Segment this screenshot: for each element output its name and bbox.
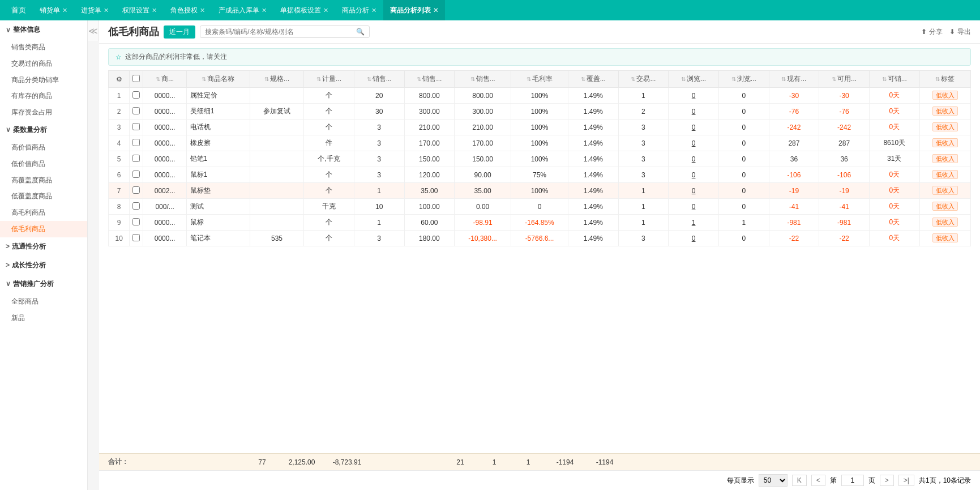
sidebar-item-low-coverage[interactable]: 低覆盖度商品 (0, 188, 87, 204)
row-checkbox-cell[interactable] (130, 199, 143, 215)
row-browse1[interactable]: 0 (669, 167, 719, 183)
row-checkbox[interactable] (132, 186, 140, 194)
sidebar-group-overall[interactable]: ∨ 整体信息 (0, 20, 87, 39)
nav-permission-close[interactable]: ✕ (152, 7, 157, 14)
sidebar-item-low-margin[interactable]: 低毛利商品 (0, 221, 87, 237)
col-available[interactable]: ⇅可用... (819, 71, 870, 88)
row-checkbox[interactable] (132, 171, 140, 178)
col-sales-qty[interactable]: ⇅销售... (354, 71, 404, 88)
sidebar-item-new-goods[interactable]: 新品 (0, 310, 87, 326)
first-page-button[interactable]: K (792, 475, 807, 486)
nav-product-stock[interactable]: 产成品入库单 ✕ (212, 0, 273, 20)
row-checkbox[interactable] (132, 91, 140, 99)
col-gross-margin[interactable]: ⇅毛利率 (511, 71, 568, 88)
next-page-button[interactable]: > (880, 475, 894, 486)
prev-page-button[interactable]: < (811, 475, 825, 486)
row-checkbox[interactable] (132, 218, 140, 225)
row-checkbox[interactable] (132, 234, 140, 241)
col-sales-profit[interactable]: ⇅销售... (455, 71, 511, 88)
table-container[interactable]: ⚙ ⇅商... ⇅商品名称 ⇅规格... ⇅计量... ⇅销售... ⇅销售..… (99, 70, 980, 453)
row-browse1[interactable]: 0 (669, 151, 719, 167)
row-checkbox[interactable] (132, 107, 140, 114)
row-browse1[interactable]: 1 (669, 215, 719, 231)
row-browse1[interactable]: 0 (669, 135, 719, 151)
nav-role[interactable]: 角色授权 ✕ (164, 0, 212, 20)
row-checkbox[interactable] (132, 202, 140, 210)
nav-template-close[interactable]: ✕ (323, 7, 328, 14)
sidebar-group-flow[interactable]: > 流通性分析 (0, 237, 87, 256)
col-tag[interactable]: ⇅标签 (919, 71, 970, 88)
row-browse1[interactable]: 0 (669, 88, 719, 104)
nav-product-stock-close[interactable]: ✕ (262, 7, 267, 14)
nav-product-analysis-close[interactable]: ✕ (371, 7, 376, 14)
col-browse2[interactable]: ⇅浏览... (718, 71, 769, 88)
col-saleable[interactable]: ⇅可销... (869, 71, 919, 88)
page-input[interactable] (841, 475, 864, 486)
row-checkbox-cell[interactable] (130, 167, 143, 183)
sidebar-item-sales-goods[interactable]: 销售类商品 (0, 39, 87, 56)
sidebar-item-traded-goods[interactable]: 交易过的商品 (0, 56, 87, 72)
row-checkbox[interactable] (132, 139, 140, 146)
row-checkbox[interactable] (132, 123, 140, 130)
sidebar-item-high-coverage[interactable]: 高覆盖度商品 (0, 172, 87, 189)
sidebar-item-high-value[interactable]: 高价值商品 (0, 139, 87, 156)
col-browse1[interactable]: ⇅浏览... (669, 71, 719, 88)
sidebar-item-all-goods[interactable]: 全部商品 (0, 293, 87, 310)
nav-permission[interactable]: 权限设置 ✕ (115, 0, 164, 20)
search-box[interactable]: 🔍 (200, 25, 370, 38)
sidebar-group-quantity[interactable]: ∨ 柔数量分析 (0, 121, 87, 139)
row-browse1[interactable]: 0 (669, 183, 719, 199)
sidebar-group-growth[interactable]: > 成长性分析 (0, 256, 87, 275)
nav-purchase-close[interactable]: ✕ (104, 7, 109, 14)
col-spec[interactable]: ⇅规格... (250, 71, 303, 88)
nav-sales-close[interactable]: ✕ (62, 7, 67, 14)
select-all-checkbox[interactable] (132, 75, 140, 82)
per-page-select[interactable]: 50 100 (759, 474, 788, 487)
share-button[interactable]: ⬆ 分享 (921, 27, 943, 37)
row-checkbox-cell[interactable] (130, 88, 143, 104)
nav-role-close[interactable]: ✕ (200, 7, 205, 14)
col-checkbox[interactable] (130, 71, 143, 88)
sidebar-item-low-value[interactable]: 低价值商品 (0, 156, 87, 172)
search-input[interactable] (205, 28, 356, 36)
export-button[interactable]: ⬇ 导出 (949, 27, 971, 37)
row-checkbox-cell[interactable] (130, 215, 143, 231)
row-checkbox-cell[interactable] (130, 120, 143, 135)
nav-template[interactable]: 单据模板设置 ✕ (273, 0, 335, 20)
row-browse1[interactable]: 0 (669, 199, 719, 215)
col-coverage[interactable]: ⇅覆盖... (568, 71, 618, 88)
sidebar-item-stock-goods[interactable]: 有库存的商品 (0, 88, 87, 104)
sidebar-group-marketing[interactable]: ∨ 营销推广分析 (0, 275, 87, 293)
row-checkbox-cell[interactable] (130, 135, 143, 151)
col-unit[interactable]: ⇅计量... (304, 71, 354, 88)
nav-home[interactable]: 首页 (5, 0, 33, 20)
row-checkbox[interactable] (132, 155, 140, 162)
row-saleable: 0天 (869, 199, 919, 215)
search-icon[interactable]: 🔍 (356, 28, 365, 36)
row-checkbox-cell[interactable] (130, 151, 143, 167)
nav-product-analysis-list[interactable]: 商品分析列表 ✕ (383, 0, 445, 20)
row-browse1[interactable]: 0 (669, 120, 719, 135)
sidebar-item-stock-capital[interactable]: 库存资金占用 (0, 104, 87, 121)
col-name[interactable]: ⇅商品名称 (186, 71, 250, 88)
sidebar-item-high-margin[interactable]: 高毛利商品 (0, 204, 87, 221)
row-checkbox-cell[interactable] (130, 231, 143, 246)
filter-month-button[interactable]: 近一月 (164, 25, 195, 39)
nav-purchase[interactable]: 进货单 ✕ (74, 0, 115, 20)
alert-bar: ☆ 这部分商品的利润非常低，请关注 (108, 48, 971, 66)
row-checkbox-cell[interactable] (130, 183, 143, 199)
sidebar-item-category-rate[interactable]: 商品分类助销率 (0, 72, 87, 88)
col-settings[interactable]: ⚙ (109, 71, 130, 88)
row-browse1[interactable]: 0 (669, 104, 719, 120)
nav-product-analysis-list-close[interactable]: ✕ (433, 7, 438, 14)
nav-sales[interactable]: 销货单 ✕ (33, 0, 74, 20)
row-checkbox-cell[interactable] (130, 104, 143, 120)
last-page-button[interactable]: >| (898, 475, 914, 486)
col-current-stock[interactable]: ⇅现有... (769, 71, 819, 88)
col-code[interactable]: ⇅商... (143, 71, 186, 88)
row-browse1[interactable]: 0 (669, 231, 719, 246)
nav-product-analysis[interactable]: 商品分析 ✕ (335, 0, 383, 20)
col-sales-price[interactable]: ⇅销售... (404, 71, 455, 88)
col-trade[interactable]: ⇅交易... (618, 71, 669, 88)
sidebar-collapse-button[interactable]: ≪ (88, 20, 99, 41)
